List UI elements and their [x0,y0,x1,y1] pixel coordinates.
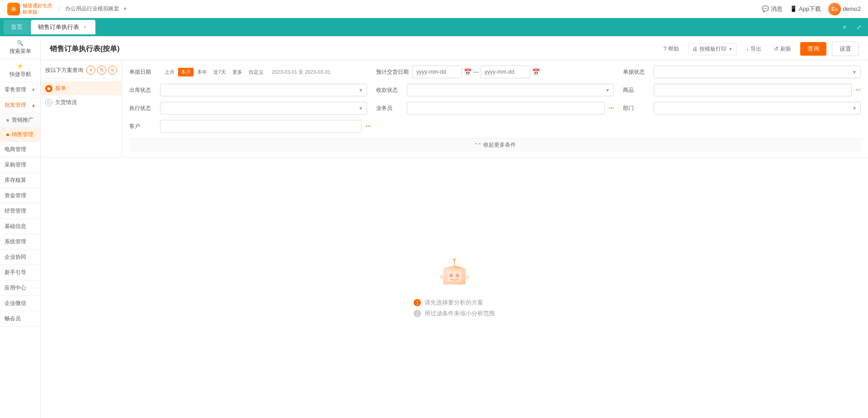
sidebar-item-appstore[interactable]: 应用中心 [0,280,40,296]
sidebar-item-ecom[interactable]: 电商管理 [0,142,40,157]
export-btn[interactable]: ↓ 导出 [742,43,765,55]
header-app-btn[interactable]: 📱 App下载 [790,5,821,13]
salesman-input[interactable] [407,102,605,114]
out-status-select[interactable]: ▼ [160,84,367,96]
predict-date-group: 📅 — 📅 [412,66,540,78]
export-icon: ↓ [746,46,749,52]
window-close-btn[interactable]: × [839,22,850,33]
date-range-display: 2023-03-01 至 2023-03-31 [272,69,330,76]
content-area: 销售订单执行表(按单) ? 帮助 🖨 按模板打印 ▼ ↓ 导出 ↺ 刷新 [41,36,868,418]
collapse-scheme-btn[interactable]: « [108,66,117,75]
exec-status-arrow: ▼ [359,106,363,111]
date-btn-more[interactable]: 更多 [230,68,245,76]
goods-dots-btn[interactable]: ··· [855,86,861,94]
print-dropdown-arrow: ▼ [728,47,733,52]
sidebar-item-retail[interactable]: 零售管理 ▼ [0,82,40,98]
filter-panel: 按以下方案查询 + ✎ « 按单 [41,60,868,157]
svg-point-1 [47,87,50,90]
filter-left-header: 按以下方案查询 + ✎ « [41,66,122,79]
collect-status-arrow: ▼ [605,88,610,93]
wholesale-expand-icon: ▲ [31,103,36,108]
sidebar-search-menu[interactable]: 🔍 搜索菜单 [0,36,40,59]
query-btn[interactable]: 查询 [800,42,826,56]
page-actions: ? 帮助 🖨 按模板打印 ▼ ↓ 导出 ↺ 刷新 查询 设置 [660,42,859,56]
empty-illustration [436,255,472,291]
predict-date-start[interactable] [412,66,462,78]
sidebar-sub-item-xiaoshou[interactable]: 销售管理 [0,128,40,142]
sidebar-quick-nav[interactable]: ⚡ 快捷导航 [0,59,40,82]
active-scheme-icon [45,85,52,92]
svg-point-8 [456,274,459,277]
collect-status-select[interactable]: ▼ [407,84,614,96]
message-icon: 💬 [762,5,769,12]
filter-nav-item-欠货[interactable]: 欠货情况 [41,95,122,109]
add-scheme-btn[interactable]: + [86,66,95,75]
nav-tabs-right: × ⤢ [839,22,864,33]
salesman-dots-btn[interactable]: ··· [609,104,614,112]
cal-icon-start[interactable]: 📅 [464,68,472,76]
filter-row-4: 客户 ··· [129,120,861,133]
window-expand-btn[interactable]: ⤢ [854,22,864,33]
date-btn-7days[interactable]: 近7天 [211,68,229,76]
dept-arrow: ▼ [852,106,857,111]
sidebar-item-operations[interactable]: 经营管理 [0,204,40,219]
collapse-bar[interactable]: ⌃⌃ 收起更多条件 [129,138,861,152]
date-btn-this-year[interactable]: 本年 [194,68,210,76]
empty-state: 1 请先选择要分析的方案 2 用过滤条件来缩小分析范围 [41,157,868,418]
sidebar-item-wholesale[interactable]: 批发管理 ▲ [0,98,40,113]
nav-tabs-bar: 首页 销售订单执行表 × × ⤢ [0,18,868,36]
dept-select[interactable]: ▼ [654,102,861,114]
predict-date-end[interactable] [481,66,530,78]
header-message-btn[interactable]: 💬 消息 [762,5,783,13]
sidebar-item-wechat[interactable]: 企业微信 [0,296,40,311]
date-btn-custom[interactable]: 自定义 [246,68,266,76]
sidebar-sub-item-yingxiao[interactable]: 营销推广 [0,113,40,128]
status-select[interactable]: ▼ [654,66,861,78]
step-1-num: 1 [414,299,421,306]
sidebar-item-corp[interactable]: 企业协同 [0,250,40,265]
sidebar-item-finance[interactable]: 资金管理 [0,188,40,204]
filter-row-1: 单据日期 上月 本月 本年 近7天 更多 自定义 2023-03-01 至 20… [129,66,861,78]
date-btn-this-month[interactable]: 本月 [178,68,193,76]
cal-icon-end[interactable]: 📅 [532,68,540,76]
help-icon: ? [663,46,666,52]
user-avatar: Ea [828,3,841,15]
template-print-btn[interactable]: 🖨 按模板打印 ▼ [688,43,737,55]
refresh-icon: ↺ [774,46,778,52]
goods-input[interactable] [654,84,852,96]
filter-field-salesman: 业务员 ··· [376,102,614,114]
sidebar-item-purchase[interactable]: 采购管理 [0,157,40,173]
edit-scheme-btn[interactable]: ✎ [97,66,106,75]
filter-nav-item-按单[interactable]: 按单 [41,81,122,95]
sidebar-item-inventory[interactable]: 库存核算 [0,173,40,188]
tab-sales-order[interactable]: 销售订单执行表 × [31,20,95,34]
customer-dots-btn[interactable]: ··· [365,123,371,130]
svg-point-7 [449,274,453,277]
filter-left-icons: + ✎ « [86,66,117,75]
sidebar-item-system[interactable]: 系统管理 [0,234,40,250]
user-profile[interactable]: Ea demo2 [828,3,861,15]
customer-input[interactable] [160,120,362,133]
top-header: 畅捷通好生意 标准版 / 办公用品行业模拟账套 ▼ 💬 消息 📱 App下载 E… [0,0,868,18]
filter-left-panel: 按以下方案查询 + ✎ « 按单 [41,60,122,157]
sidebar-item-member[interactable]: 畅会员 [0,311,40,327]
quick-nav-icon: ⚡ [17,63,24,69]
settings-btn[interactable]: 设置 [832,42,859,56]
print-icon: 🖨 [692,46,698,52]
collapse-up-icon: ⌃⌃ [474,142,481,147]
help-btn[interactable]: ? 帮助 [660,43,683,55]
empty-step-1: 1 请先选择要分析的方案 [414,299,495,307]
retail-expand-icon: ▼ [31,87,36,92]
date-btn-last-month[interactable]: 上月 [162,68,177,76]
tab-home[interactable]: 首页 [4,20,30,34]
exec-status-select[interactable]: ▼ [160,102,367,114]
breadcrumb-item: 办公用品行业模拟账套 [65,5,119,13]
filter-field-dept: 部门 ▼ [623,102,861,114]
sidebar-item-guide[interactable]: 新手引导 [0,265,40,280]
date-quick-btns: 上月 本月 本年 近7天 更多 自定义 [162,68,266,76]
tab-close-btn[interactable]: × [82,24,88,30]
sidebar-item-basics[interactable]: 基础信息 [0,219,40,234]
refresh-btn[interactable]: ↺ 刷新 [770,43,795,55]
filter-field-customer: 客户 ··· [129,120,371,133]
breadcrumb-dropdown-icon[interactable]: ▼ [123,6,127,11]
